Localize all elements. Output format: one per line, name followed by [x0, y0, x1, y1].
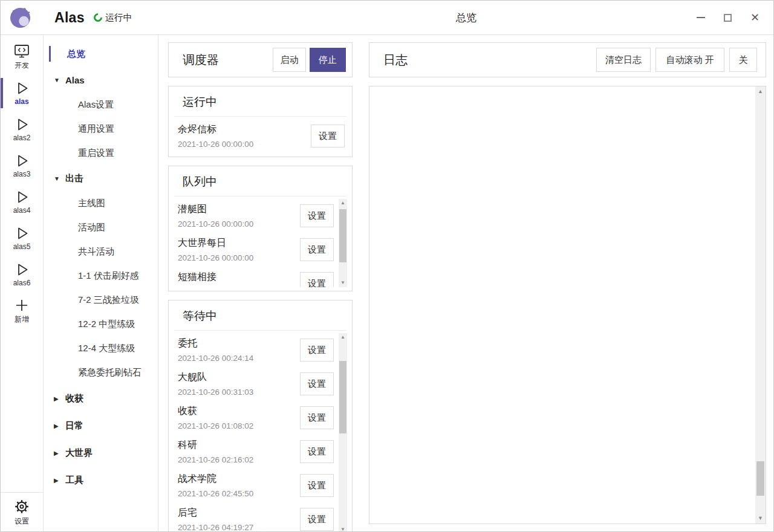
task-row: 科研 2021-10-26 02:16:02 设置: [178, 435, 347, 469]
scrollbar-thumb[interactable]: [339, 209, 346, 262]
task-info: 大世界每日 2021-10-26 00:00:00: [178, 237, 253, 262]
play-icon: [14, 117, 30, 132]
instance-rail: 开发 alas alas2 alas3 alas4: [1, 35, 44, 531]
scrollbar-thumb[interactable]: [756, 461, 764, 496]
task-row: 余烬信标 2021-10-26 00:00:00 设置: [178, 119, 347, 153]
nav-item[interactable]: Alas设置: [44, 92, 158, 117]
plus-icon: [14, 297, 30, 313]
task-settings-button[interactable]: 设置: [300, 372, 334, 395]
rail-item-label: alas6: [13, 279, 31, 287]
nav-item[interactable]: ▼ Alas: [44, 67, 158, 92]
nav-item[interactable]: 12-2 中型练级: [44, 312, 158, 336]
task-row: 委托 2021-10-26 00:24:14 设置: [178, 333, 347, 367]
task-name: 短猫相接: [178, 271, 253, 284]
main-area: 开发 alas alas2 alas3 alas4: [1, 35, 773, 531]
nav-item-label: 收获: [65, 393, 83, 404]
play-icon: [14, 80, 30, 96]
autoscroll-off-button[interactable]: 关: [729, 48, 757, 72]
task-name: 委托: [178, 337, 253, 350]
nav-item[interactable]: 1-1 伏击刷好感: [44, 264, 158, 288]
task-row: 短猫相接 2021-10-26 00:00:00 设置: [178, 267, 347, 287]
rail-item-dev[interactable]: 开发: [1, 39, 43, 75]
rail-item-alas3[interactable]: alas3: [1, 148, 43, 184]
scheduler-panel: 调度器 启动 停止: [168, 42, 353, 77]
rail-item-alas5[interactable]: alas5: [1, 220, 43, 256]
nav-item[interactable]: 重启设置: [44, 141, 158, 165]
scroll-down-icon[interactable]: ▼: [339, 525, 347, 532]
scrollbar-thumb[interactable]: [339, 361, 346, 433]
scroll-up-icon[interactable]: ▲: [339, 333, 347, 342]
scroll-down-icon[interactable]: ▼: [755, 513, 766, 524]
nav-item[interactable]: ▶ 收获: [44, 385, 158, 412]
nav-item[interactable]: 7-2 三战捡垃圾: [44, 288, 158, 312]
rail-item-alas6[interactable]: alas6: [1, 256, 43, 293]
nav-item[interactable]: 活动图: [44, 215, 158, 239]
task-settings-button[interactable]: 设置: [300, 406, 334, 429]
log-content[interactable]: [369, 86, 755, 524]
scheduler-buttons: 启动 停止: [273, 48, 346, 72]
task-settings-button[interactable]: 设置: [300, 440, 334, 463]
task-settings-button[interactable]: 设置: [300, 339, 334, 362]
nav-item[interactable]: ▶ 日常: [44, 412, 158, 439]
close-button[interactable]: ✕: [741, 1, 769, 34]
autoscroll-toggle-button[interactable]: 自动滚动 开: [655, 48, 724, 72]
clear-log-button[interactable]: 清空日志: [596, 48, 651, 72]
rail-item-alas4[interactable]: alas4: [1, 184, 43, 220]
log-title: 日志: [383, 52, 408, 68]
group-arrow-icon: ▶: [54, 477, 60, 484]
nav-item[interactable]: 共斗活动: [44, 239, 158, 264]
stop-button[interactable]: 停止: [310, 48, 346, 72]
nav-item[interactable]: 通用设置: [44, 117, 158, 141]
waiting-scrollbar[interactable]: ▲ ▼: [339, 333, 347, 532]
maximize-button[interactable]: [714, 1, 741, 34]
task-name: 收获: [178, 405, 253, 418]
start-button[interactable]: 启动: [273, 48, 306, 72]
nav-item[interactable]: ▶ 大世界: [44, 440, 158, 466]
task-time: 2021-10-26 00:00:00: [178, 253, 253, 262]
nav-item-label: 日常: [65, 420, 83, 432]
rail-item-label: 新增: [15, 314, 29, 325]
nav-item[interactable]: ▶ 工具: [44, 467, 158, 493]
task-settings-button[interactable]: 设置: [300, 474, 334, 497]
nav-item[interactable]: 紧急委托刷钻石: [44, 360, 158, 384]
scroll-down-icon[interactable]: ▼: [339, 279, 347, 287]
rail-spacer: [1, 329, 43, 492]
log-panel: ▲ ▼: [369, 86, 766, 524]
group-arrow-icon: ▼: [54, 175, 60, 182]
task-settings-button[interactable]: 设置: [300, 272, 334, 287]
task-row: 大世界每日 2021-10-26 00:00:00 设置: [178, 233, 347, 267]
task-settings-button[interactable]: 设置: [311, 125, 345, 148]
task-settings-button[interactable]: 设置: [300, 508, 334, 531]
task-settings-button[interactable]: 设置: [300, 204, 334, 227]
rail-item-settings[interactable]: 设置: [1, 493, 43, 531]
rail-item-add[interactable]: 新增: [1, 293, 43, 329]
task-nav: 总览 ▼ Alas Alas设置 通用设置 重启设置 ▼ 出击: [44, 35, 158, 531]
queued-scrollbar[interactable]: ▲ ▼: [339, 199, 347, 287]
nav-item[interactable]: ▼ 出击: [44, 166, 158, 191]
task-name: 后宅: [178, 507, 253, 519]
task-name: 战术学院: [178, 473, 253, 485]
task-row: 大舰队 2021-10-26 00:31:03 设置: [178, 367, 347, 401]
task-time: 2021-10-26 00:00:00: [178, 140, 253, 149]
nav-item-label: 7-2 三战捡垃圾: [78, 294, 139, 306]
task-row: 潜艇图 2021-10-26 00:00:00 设置: [178, 199, 347, 233]
task-row: 战术学院 2021-10-26 02:45:50 设置: [178, 469, 347, 502]
window-controls: ✕: [687, 1, 769, 34]
scheduler-column: 调度器 启动 停止 运行中 余烬信标 2021-10-26 00:00:00: [158, 35, 362, 531]
nav-item-label: Alas: [65, 75, 85, 85]
nav-item[interactable]: 总览: [44, 41, 158, 66]
play-icon: [14, 153, 30, 169]
task-info: 潜艇图 2021-10-26 00:00:00: [178, 203, 253, 229]
minimize-button[interactable]: [687, 1, 714, 34]
rail-item-alas2[interactable]: alas2: [1, 111, 43, 148]
task-settings-button[interactable]: 设置: [300, 238, 334, 261]
log-scrollbar[interactable]: ▲ ▼: [755, 86, 766, 524]
nav-item[interactable]: 12-4 大型练级: [44, 336, 158, 360]
task-time: 2021-10-26 04:19:27: [178, 523, 253, 532]
rail-item-alas[interactable]: alas: [1, 75, 43, 111]
nav-item[interactable]: 主线图: [44, 191, 158, 215]
scroll-up-icon[interactable]: ▲: [339, 199, 347, 207]
scroll-up-icon[interactable]: ▲: [755, 86, 766, 97]
task-info: 战术学院 2021-10-26 02:45:50: [178, 473, 253, 498]
maximize-icon: [724, 14, 732, 22]
